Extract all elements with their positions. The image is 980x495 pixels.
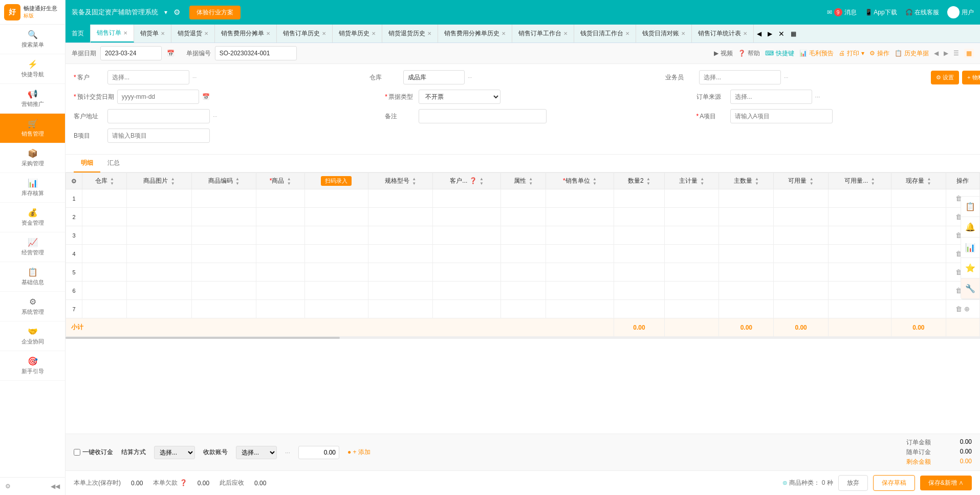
settings-button[interactable]: ⚙ 设置 xyxy=(931,71,959,84)
row-warehouse-1[interactable] xyxy=(82,189,127,208)
tab-close-icon[interactable]: ✕ xyxy=(625,31,629,36)
row-product-5[interactable] xyxy=(256,263,304,282)
row-customer-code-2[interactable] xyxy=(433,208,501,226)
sidebar-item-basicinfo[interactable]: 📋 基础信息 xyxy=(0,262,65,292)
row-spec-1[interactable] xyxy=(368,189,432,208)
row-product-code-1[interactable] xyxy=(191,189,256,208)
row-warehouse-2[interactable] xyxy=(82,208,127,226)
row-main-qty-7[interactable] xyxy=(719,300,774,318)
account-dots[interactable]: ··· xyxy=(285,449,290,456)
col-main-qty[interactable]: 主数量 ▲▼ xyxy=(719,173,774,189)
row-warehouse-4[interactable] xyxy=(82,245,127,263)
col-product-img[interactable]: 商品图片 ▲▼ xyxy=(127,173,191,189)
tab-close-icon[interactable]: ✕ xyxy=(427,31,431,36)
tab-sales-workbench[interactable]: 销售订单工作台 ✕ xyxy=(512,25,574,42)
row-qty2-3[interactable] xyxy=(614,226,664,245)
date-input[interactable] xyxy=(100,46,162,60)
tab-summary[interactable]: 汇总 xyxy=(100,155,127,173)
quick-checkout-checkbox[interactable] xyxy=(74,449,80,456)
row-attribute-3[interactable] xyxy=(501,226,546,245)
help-toolbar-item[interactable]: ❓ 帮助 xyxy=(738,49,760,58)
row-customer-code-5[interactable] xyxy=(433,263,501,282)
row-qty2-5[interactable] xyxy=(614,263,664,282)
col-available2[interactable]: 可用量... ▲▼ xyxy=(829,173,891,189)
address-input[interactable] xyxy=(107,109,210,123)
row-warehouse-5[interactable] xyxy=(82,263,127,282)
row-attribute-1[interactable] xyxy=(501,189,546,208)
account-select[interactable]: 选择... xyxy=(236,446,277,459)
app-download-btn[interactable]: 📱 App下载 xyxy=(865,8,897,17)
sidebar-item-search[interactable]: 🔍 搜索菜单 xyxy=(0,25,65,54)
row-qty2-6[interactable] xyxy=(614,282,664,300)
row-product-code-3[interactable] xyxy=(191,226,256,245)
add-row-btn[interactable]: ● + 添加 xyxy=(347,448,371,457)
tab-fee-split-history[interactable]: 销售费用分摊单历史 ✕ xyxy=(438,25,512,42)
sidebar-item-purchase[interactable]: 📦 采购管理 xyxy=(0,143,65,173)
tab-sales-order-history[interactable]: 销售订单历史 ✕ xyxy=(277,25,333,42)
customer-dots[interactable]: ··· xyxy=(192,75,197,80)
address-dots[interactable]: ··· xyxy=(213,114,217,119)
col-attribute[interactable]: 属性 ▲▼ xyxy=(501,173,546,189)
topbar-dropdown-arrow[interactable]: ▾ xyxy=(164,9,167,16)
doc-no-input[interactable] xyxy=(215,46,297,60)
tab-return-history[interactable]: 销货退货历史 ✕ xyxy=(382,25,438,42)
save-new-button[interactable]: 保存&新增 ∧ xyxy=(920,476,972,490)
list-view-icon[interactable]: ☰ xyxy=(953,50,959,57)
row-warehouse-6[interactable] xyxy=(82,282,127,300)
tab-close-icon[interactable]: ✕ xyxy=(743,31,747,36)
col-scan[interactable]: 扫码录入 xyxy=(304,173,368,189)
row-attribute-5[interactable] xyxy=(501,263,546,282)
profit-toolbar-item[interactable]: 📊 毛利预告 xyxy=(799,49,834,58)
row-spec-7[interactable] xyxy=(368,300,432,318)
delivery-input[interactable] xyxy=(117,90,199,104)
row-qty2-7[interactable] xyxy=(614,300,664,318)
col-warehouse[interactable]: 仓库 ▲▼ xyxy=(82,173,127,189)
nav-prev-icon[interactable]: ◀ xyxy=(934,50,939,57)
tab-sales-fee-split[interactable]: 销售费用分摊单 ✕ xyxy=(215,25,277,42)
row-product-2[interactable] xyxy=(256,208,304,226)
row-sales-unit-6[interactable] xyxy=(546,282,614,300)
tab-next-icon[interactable]: ▶ xyxy=(765,25,775,42)
col-spec[interactable]: 规格型号 ▲▼ xyxy=(368,173,432,189)
row-spec-3[interactable] xyxy=(368,226,432,245)
row-main-qty-1[interactable] xyxy=(719,189,774,208)
row-attribute-4[interactable] xyxy=(501,245,546,263)
sidebar-item-finance[interactable]: 💰 资金管理 xyxy=(0,203,65,232)
video-toolbar-item[interactable]: ▶ 视频 xyxy=(714,49,733,58)
payment-method-select[interactable]: 选择... xyxy=(154,446,195,459)
row-product-7[interactable] xyxy=(256,300,304,318)
tab-sales-return[interactable]: 销货退货 ✕ xyxy=(171,25,215,42)
row-warehouse-3[interactable] xyxy=(82,226,127,245)
tab-close-icon[interactable]: ✕ xyxy=(266,31,270,36)
tab-close-icon[interactable]: ✕ xyxy=(204,31,208,36)
row-delete-7[interactable]: 🗑 xyxy=(955,305,962,313)
sidebar-item-quicknav[interactable]: ⚡ 快捷导航 xyxy=(0,54,65,84)
customer-input[interactable] xyxy=(107,70,189,84)
shortcut-toolbar-item[interactable]: ⌨ 快捷键 xyxy=(765,49,794,58)
row-product-code-4[interactable] xyxy=(191,245,256,263)
tab-daily-reconcile[interactable]: 钱货日清对账 ✕ xyxy=(636,25,692,42)
row-sales-unit-3[interactable] xyxy=(546,226,614,245)
tab-goods-history[interactable]: 销货单历史 ✕ xyxy=(333,25,382,42)
col-qty2[interactable]: 数量2 ▲▼ xyxy=(614,173,664,189)
tab-close-icon[interactable]: ✕ xyxy=(161,31,165,36)
settings-icon[interactable]: ⚙ xyxy=(5,483,11,490)
b-project-input[interactable] xyxy=(107,128,210,143)
row-qty2-2[interactable] xyxy=(614,208,664,226)
industry-plan-button[interactable]: 体验行业方案 xyxy=(189,6,241,19)
note-input[interactable] xyxy=(419,109,547,123)
tab-sales-stats[interactable]: 销售订单统计表 ✕ xyxy=(692,25,754,42)
delivery-calendar-icon[interactable]: 📅 xyxy=(202,93,210,100)
grid-view-icon[interactable]: ▦ xyxy=(964,49,974,58)
row-spec-4[interactable] xyxy=(368,245,432,263)
row-warehouse-7[interactable] xyxy=(82,300,127,318)
row-main-qty-5[interactable] xyxy=(719,263,774,282)
row-customer-code-6[interactable] xyxy=(433,282,501,300)
row-customer-code-4[interactable] xyxy=(433,245,501,263)
history-toolbar-item[interactable]: 📋 历史单据 xyxy=(895,49,929,58)
col-current[interactable]: 现存量 ▲▼ xyxy=(891,173,946,189)
sidebar-item-marketing[interactable]: 📢 营销推广 xyxy=(0,84,65,114)
message-btn[interactable]: ✉ 9 消息 xyxy=(827,8,857,17)
row-product-6[interactable] xyxy=(256,282,304,300)
row-product-3[interactable] xyxy=(256,226,304,245)
